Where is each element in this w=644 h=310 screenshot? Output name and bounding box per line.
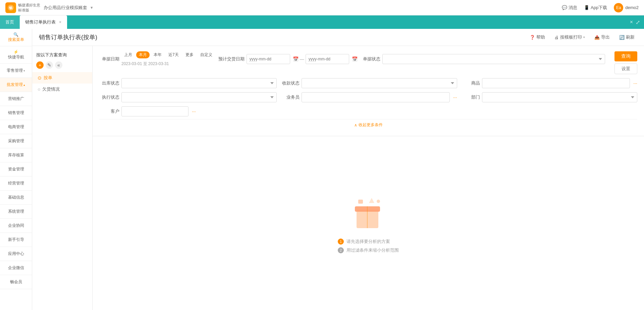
collapse-icon: ∧ bbox=[354, 123, 357, 127]
tab-sales-order[interactable]: 销售订单执行表 × bbox=[20, 15, 67, 29]
sidebar-item-operations[interactable]: 经营管理 bbox=[0, 176, 32, 191]
message-btn[interactable]: 💬 消息 bbox=[562, 5, 577, 11]
sidebar-item-purchase[interactable]: 采购管理 bbox=[0, 134, 32, 148]
collapse-panel-btn[interactable]: « bbox=[55, 61, 62, 69]
export-icon: 📤 bbox=[594, 35, 600, 40]
date-tab-more[interactable]: 更多 bbox=[183, 51, 196, 58]
sidebar-item-sales[interactable]: 销售管理 bbox=[0, 106, 32, 120]
sidebar-item-retail[interactable]: 零售管理 ▾ bbox=[0, 64, 32, 78]
date-tab-last7[interactable]: 近7天 bbox=[166, 51, 181, 58]
empty-hints: 1 请先选择要分析的方案 2 用过滤条件来缩小分析范围 bbox=[338, 239, 399, 253]
download-icon: 📱 bbox=[584, 5, 589, 10]
add-scheme-btn[interactable]: + bbox=[36, 61, 44, 69]
customer-label: 客户 bbox=[99, 108, 119, 114]
filter-area: 单据日期 上月 本月 本年 近7天 更多 自定义 bbox=[93, 46, 644, 136]
date-tab-custom[interactable]: 自定义 bbox=[198, 51, 215, 58]
sidebar-item-basic[interactable]: 基础信息 bbox=[0, 191, 32, 205]
goods-input[interactable] bbox=[482, 78, 630, 88]
user-profile-btn[interactable]: Ea demo2 bbox=[614, 3, 639, 12]
hint-num-2: 2 bbox=[338, 247, 344, 253]
logo-icon: 畅 bbox=[5, 2, 16, 13]
empty-hint-1: 1 请先选择要分析的方案 bbox=[338, 239, 399, 245]
collapse-bar[interactable]: ∧ 收起更多条件 bbox=[99, 119, 637, 131]
delivery-date-end[interactable] bbox=[306, 54, 349, 64]
payment-status-select[interactable] bbox=[302, 78, 457, 88]
sidebar-item-wechat[interactable]: 企业微信 bbox=[0, 261, 32, 275]
svg-rect-6 bbox=[358, 200, 363, 204]
execution-status-select[interactable] bbox=[121, 92, 277, 102]
hint-num-1: 1 bbox=[338, 239, 344, 245]
sidebar-item-appcenter[interactable]: 应用中心 bbox=[0, 247, 32, 261]
sidebar-item-member[interactable]: 畅会员 bbox=[0, 275, 32, 289]
expected-delivery-label: 预计交货日期 bbox=[218, 56, 245, 62]
delivery-status-select[interactable] bbox=[121, 78, 277, 88]
sidebar-item-newguide[interactable]: 新手引导 bbox=[0, 233, 32, 247]
data-area: 1 请先选择要分析的方案 2 用过滤条件来缩小分析范围 bbox=[93, 136, 644, 310]
scheme-item-debt[interactable]: ○ 欠货情况 bbox=[32, 84, 92, 95]
svg-point-5 bbox=[377, 200, 380, 203]
tab-bar-actions: × ⤢ bbox=[626, 15, 644, 29]
tab-home[interactable]: 首页 bbox=[0, 15, 20, 29]
help-btn[interactable]: ❓ 帮助 bbox=[527, 33, 548, 42]
status-select[interactable] bbox=[382, 54, 605, 64]
customer-ellipsis[interactable]: ··· bbox=[192, 109, 196, 114]
header-right: 💬 消息 📱 App下载 Ea demo2 bbox=[562, 3, 639, 12]
top-header: 畅 畅捷通好生意 标准版 办公用品行业模拟账套 ▾ 💬 消息 📱 App下载 E… bbox=[0, 0, 644, 15]
delivery-date-range: 📅 — 📅 bbox=[247, 54, 358, 64]
message-icon: 💬 bbox=[562, 5, 567, 10]
calendar-start-icon[interactable]: 📅 bbox=[293, 56, 299, 62]
logo-text: 畅捷通好生意 标准版 bbox=[18, 3, 40, 12]
execution-status-label: 执行状态 bbox=[99, 94, 119, 100]
salesperson-label: 业务员 bbox=[279, 94, 300, 100]
calendar-end-icon[interactable]: 📅 bbox=[352, 56, 358, 62]
date-range-text: 2023-03-01 至 2023-03-31 bbox=[121, 61, 215, 67]
right-content: 单据日期 上月 本月 本年 近7天 更多 自定义 bbox=[93, 46, 644, 310]
app-dropdown-icon[interactable]: ▾ bbox=[91, 5, 93, 10]
page-area: 销售订单执行表(按单) ❓ 帮助 🖨 按模板打印 ▾ 📤 导出 🔄 刷新 bbox=[32, 29, 644, 310]
date-tab-current-month[interactable]: 本月 bbox=[136, 51, 150, 58]
debt-icon: ○ bbox=[38, 87, 40, 92]
salesperson-ellipsis[interactable]: ··· bbox=[453, 95, 457, 100]
sidebar-item-inventory[interactable]: 库存核算 bbox=[0, 148, 32, 162]
query-btn[interactable]: 查询 bbox=[614, 51, 637, 61]
sidebar-item-system[interactable]: 系统管理 bbox=[0, 205, 32, 219]
order-icon: ⊙ bbox=[38, 75, 42, 81]
salesperson-input[interactable] bbox=[302, 92, 450, 102]
page-header: 销售订单执行表(按单) ❓ 帮助 🖨 按模板打印 ▾ 📤 导出 🔄 刷新 bbox=[32, 29, 644, 46]
window-expand-icon[interactable]: ⤢ bbox=[636, 19, 640, 25]
settings-btn[interactable]: 设置 bbox=[614, 63, 637, 74]
sidebar-item-quicknav[interactable]: ⚡ 快捷导航 bbox=[0, 46, 32, 64]
export-btn[interactable]: 📤 导出 bbox=[592, 33, 612, 42]
sidebar-item-enterprise[interactable]: 企业协同 bbox=[0, 219, 32, 233]
app-title: 办公用品行业模拟账套 bbox=[44, 5, 87, 11]
goods-ellipsis[interactable]: ··· bbox=[633, 81, 637, 86]
status-label: 单据状态 bbox=[360, 56, 380, 62]
empty-hint-2: 2 用过滤条件来缩小分析范围 bbox=[338, 247, 399, 253]
sidebar-item-search[interactable]: 🔍 搜索菜单 bbox=[0, 29, 32, 46]
sidebar-item-ecommerce[interactable]: 电商管理 bbox=[0, 120, 32, 134]
date-tab-prev-month[interactable]: 上月 bbox=[121, 51, 135, 58]
customer-input[interactable] bbox=[121, 106, 189, 116]
department-select[interactable] bbox=[482, 92, 637, 102]
template-print-btn[interactable]: 🖨 按模板打印 ▾ bbox=[552, 33, 588, 42]
help-icon: ❓ bbox=[530, 35, 535, 40]
department-label: 部门 bbox=[460, 94, 480, 100]
content-wrapper: 按以下方案查询 + ✎ « ⊙ 按单 ○ bbox=[32, 46, 644, 310]
edit-scheme-btn[interactable]: ✎ bbox=[46, 61, 53, 69]
refresh-btn[interactable]: 🔄 刷新 bbox=[616, 33, 637, 42]
tab-close-icon[interactable]: × bbox=[59, 20, 61, 24]
svg-text:畅: 畅 bbox=[9, 6, 12, 10]
sidebar-item-finance[interactable]: 资金管理 bbox=[0, 162, 32, 176]
delivery-status-label: 出库状态 bbox=[99, 80, 119, 86]
left-panel-title: 按以下方案查询 bbox=[32, 50, 92, 61]
logo-area: 畅 畅捷通好生意 标准版 bbox=[5, 2, 40, 13]
app-download-btn[interactable]: 📱 App下载 bbox=[584, 5, 607, 11]
window-close-icon[interactable]: × bbox=[630, 19, 633, 25]
sidebar-item-wholesale[interactable]: 批发管理 ▴ bbox=[0, 78, 32, 92]
date-tab-year[interactable]: 本年 bbox=[151, 51, 164, 58]
delivery-date-start[interactable] bbox=[247, 54, 290, 64]
scheme-item-order[interactable]: ⊙ 按单 bbox=[32, 72, 92, 84]
date-tabs: 上月 本月 本年 近7天 更多 自定义 bbox=[121, 51, 215, 58]
sidebar-item-marketing[interactable]: 营销推广 bbox=[0, 92, 32, 106]
goods-label: 商品 bbox=[460, 80, 480, 86]
